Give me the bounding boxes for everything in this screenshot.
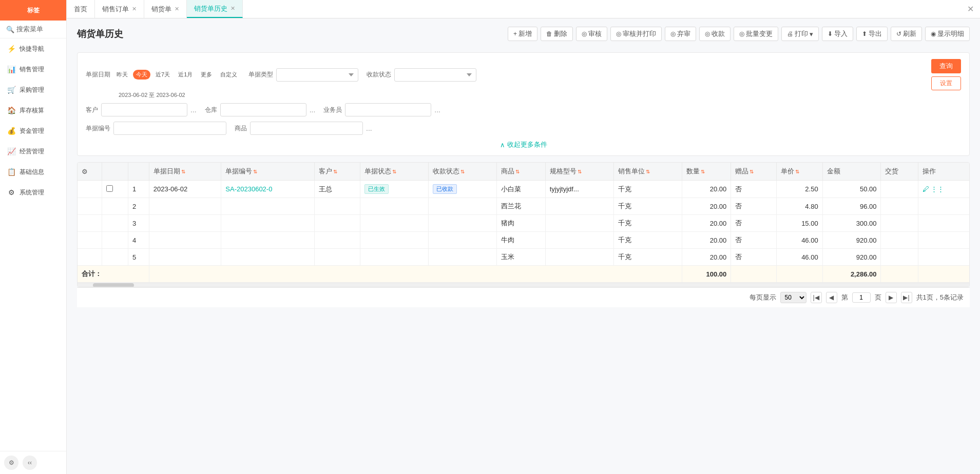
per-page-select[interactable]: 50 100 200 — [780, 292, 806, 303]
date-tag-more[interactable]: 更多 — [198, 70, 215, 80]
date-tag-custom[interactable]: 自定义 — [217, 70, 240, 80]
staff-picker-icon[interactable]: ... — [434, 106, 440, 114]
th-unit[interactable]: 销售单位⇅ — [613, 163, 682, 181]
th-doc-date[interactable]: 单据日期⇅ — [149, 163, 221, 181]
filter-staff-input[interactable] — [345, 103, 431, 116]
toolbar-audit-btn[interactable]: ◎审核 — [576, 27, 607, 41]
cell-config-1 — [78, 198, 102, 215]
toolbar-refresh-btn[interactable]: ↺刷新 — [891, 27, 922, 41]
cell-unit-4: 千克 — [613, 249, 682, 266]
th-customer[interactable]: 客户⇅ — [315, 163, 360, 181]
filter-customer-input[interactable] — [101, 103, 187, 116]
page-last-btn[interactable]: ▶| — [901, 292, 912, 303]
sidebar-settings-btn[interactable]: ⚙ — [4, 456, 18, 470]
new-icon: + — [513, 30, 517, 37]
goods-picker-icon[interactable]: ... — [366, 124, 372, 132]
tab-label-sales-history: 销货单历史 — [194, 4, 227, 13]
setting-button[interactable]: 设置 — [931, 76, 961, 90]
tab-close-sales-history[interactable]: ✕ — [230, 5, 235, 12]
total-info: 共1页，5条记录 — [916, 293, 964, 302]
query-button[interactable]: 查询 — [931, 59, 961, 73]
th-doc-status[interactable]: 单据状态⇅ — [360, 163, 429, 181]
sidebar-item-finance-mgmt[interactable]: 💰 资金管理 — [0, 121, 66, 141]
toolbar-btn-label-audit-print: 审核并打印 — [623, 29, 656, 38]
cell-docdate-4 — [149, 249, 221, 266]
tab-close-sales-order[interactable]: ✕ — [132, 6, 137, 12]
toolbar-export-btn[interactable]: ⬆导出 — [856, 27, 888, 41]
cell-check-1 — [102, 198, 128, 215]
warehouse-picker-icon[interactable]: ... — [310, 106, 316, 114]
tab-close-sales-goods[interactable]: ✕ — [175, 6, 179, 12]
sidebar-item-basic-info[interactable]: 📋 基础信息 — [0, 162, 66, 182]
per-page-label: 每页显示 — [750, 293, 776, 302]
sidebar-item-sales-mgmt[interactable]: 📊 销售管理 — [0, 59, 66, 80]
toolbar-new-btn[interactable]: +新增 — [508, 27, 537, 41]
sidebar-label-inventory: 库存核算 — [20, 106, 44, 115]
toolbar-abandon-btn[interactable]: ◎弃审 — [665, 27, 696, 41]
toolbar-print-btn[interactable]: 🖨打印▾ — [781, 27, 819, 41]
page-prev-btn[interactable]: ◀ — [826, 292, 837, 303]
row-checkbox[interactable] — [106, 185, 113, 192]
cell-docno-0[interactable]: SA-20230602-0 — [221, 181, 315, 198]
cell-action-3 — [918, 232, 969, 249]
date-tag-week[interactable]: 近7天 — [152, 70, 173, 80]
filter-collect-select[interactable] — [394, 68, 476, 82]
th-gift[interactable]: 赠品⇅ — [731, 163, 777, 181]
tab-sales-order[interactable]: 销售订单✕ — [95, 0, 144, 18]
sidebar-item-sys-mgmt[interactable]: ⚙ 系统管理 — [0, 182, 66, 203]
th-doc-no[interactable]: 单据编号⇅ — [221, 163, 315, 181]
sidebar-search[interactable]: 🔍 搜索菜单 — [0, 21, 66, 38]
date-tag-yesterday[interactable]: 昨天 — [113, 70, 131, 80]
th-qty[interactable]: 数量⇅ — [682, 163, 731, 181]
sidebar-item-inventory[interactable]: 🏠 库存核算 — [0, 100, 66, 121]
date-tag-today[interactable]: 今天 — [133, 70, 150, 80]
toolbar-audit-print-btn[interactable]: ◎审核并打印 — [610, 27, 662, 41]
filter-goods-input[interactable] — [250, 122, 363, 135]
toolbar-show-detail-btn[interactable]: ◉显示明细 — [925, 27, 970, 41]
page-first-btn[interactable]: |◀ — [811, 292, 822, 303]
toolbar-delete-btn[interactable]: 🗑删除 — [541, 27, 573, 41]
tab-home[interactable]: 首页 — [67, 0, 95, 18]
sidebar-bottom: ⚙ ‹‹ — [0, 451, 66, 474]
th-goods[interactable]: 商品⇅ — [497, 163, 545, 181]
sidebar-search-label: 搜索菜单 — [16, 25, 43, 34]
th-collect-status[interactable]: 收款状态⇅ — [429, 163, 497, 181]
tab-label-sales-order: 销售订单 — [102, 5, 129, 14]
table-config-icon[interactable]: ⚙ — [82, 168, 88, 175]
filter-collapse-btn[interactable]: ∧ 收起更多条件 — [86, 140, 961, 149]
filter-warehouse-input[interactable] — [220, 103, 306, 116]
th-price[interactable]: 单价⇅ — [777, 163, 822, 181]
toolbar-import-btn[interactable]: ⬇导入 — [822, 27, 853, 41]
action-more-link[interactable]: ⋮⋮ — [931, 185, 944, 193]
customer-picker-icon[interactable]: ... — [190, 106, 197, 114]
th-label-qty: 数量 — [686, 167, 700, 176]
doc-no-link[interactable]: SA-20230602-0 — [225, 185, 272, 193]
action-edit-link[interactable]: 🖊 — [923, 185, 929, 193]
ops-mgmt-icon: 📈 — [6, 146, 16, 156]
th-spec[interactable]: 规格型号⇅ — [545, 163, 613, 181]
cell-qty-1: 20.00 — [682, 198, 731, 215]
tab-sales-history[interactable]: 销货单历史✕ — [187, 0, 243, 18]
export-icon: ⬆ — [862, 30, 867, 37]
date-tag-month[interactable]: 近1月 — [175, 70, 196, 80]
filter-docno-field: 单据编号 — [86, 122, 226, 135]
tab-sales-goods[interactable]: 销货单✕ — [144, 0, 187, 18]
page-next-btn[interactable]: ▶ — [886, 292, 897, 303]
page-number-input[interactable] — [852, 292, 871, 303]
th-label-spec: 规格型号 — [550, 167, 577, 176]
cell-amount-1: 96.00 — [822, 198, 881, 215]
sidebar-label-basic-info: 基础信息 — [20, 168, 44, 176]
cell-spec-2 — [545, 215, 613, 232]
sidebar-item-purchase-mgmt[interactable]: 🛒 采购管理 — [0, 80, 66, 100]
toolbar-batch-change-btn[interactable]: ◎批量变更 — [734, 27, 778, 41]
filter-date-label: 单据日期 — [86, 70, 110, 79]
sidebar-item-ops-mgmt[interactable]: 📈 经营管理 — [0, 141, 66, 162]
filter-doctype-select[interactable] — [276, 68, 358, 82]
toolbar-collect-btn[interactable]: ◎收款 — [699, 27, 731, 41]
cell-price-4: 46.00 — [777, 249, 822, 266]
close-all-tabs-btn[interactable]: ✕ — [961, 4, 980, 14]
filter-docno-input[interactable] — [113, 122, 226, 135]
sidebar-collapse-btn[interactable]: ‹‹ — [23, 456, 37, 470]
sidebar-item-quick-nav[interactable]: ⚡ 快捷导航 — [0, 38, 66, 59]
cell-gift-1: 否 — [731, 198, 777, 215]
